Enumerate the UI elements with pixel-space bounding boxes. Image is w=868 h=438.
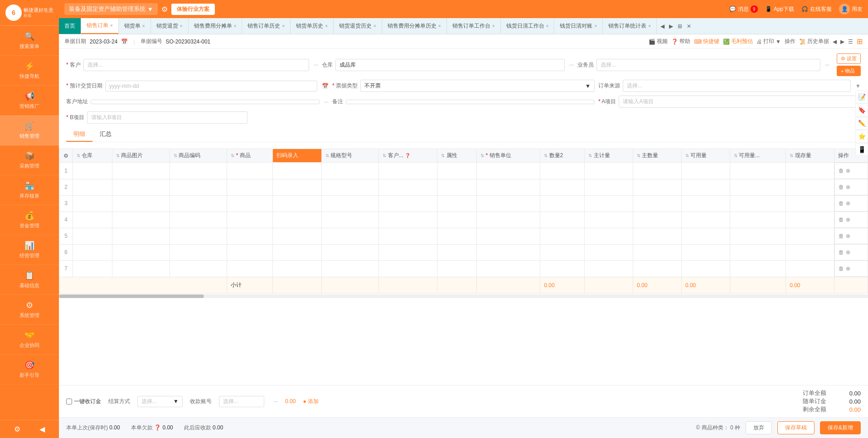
sidebar-item-search[interactable]: 🔍 搜索菜单 xyxy=(0,26,59,56)
payment-method-select[interactable]: 选择... ▼ xyxy=(137,396,183,407)
row5-sales-unit[interactable] xyxy=(477,228,540,244)
copy-icon[interactable]: ⊕ xyxy=(846,233,850,239)
row5-available2[interactable] xyxy=(730,228,786,244)
right-panel-icon-4[interactable]: ⭐ xyxy=(855,130,868,143)
quick-order-input[interactable] xyxy=(66,399,72,404)
order-source-input[interactable]: 选择... xyxy=(623,80,851,92)
row5-stock[interactable] xyxy=(786,228,834,244)
tab-daily-workbench[interactable]: 钱货日清工作台 × xyxy=(501,18,555,34)
row1-attr[interactable] xyxy=(437,163,477,179)
account-more-icon[interactable]: ··· xyxy=(273,398,278,404)
row6-main-qty[interactable] xyxy=(633,244,682,260)
row5-qty2[interactable] xyxy=(540,228,585,244)
tab-expense-history[interactable]: 销售费用分摊单历史 × xyxy=(382,18,447,34)
row4-available2[interactable] xyxy=(730,212,786,228)
row3-stock[interactable] xyxy=(786,195,834,212)
tab-sales-order[interactable]: 销售订单 × xyxy=(81,18,119,34)
tab-sales-invoice[interactable]: 销货单 × xyxy=(119,18,151,34)
tab-sales-invoice-close[interactable]: × xyxy=(142,24,145,29)
row3-customer-code[interactable] xyxy=(379,195,437,212)
row2-warehouse[interactable] xyxy=(73,179,112,195)
tab-order-workbench-close[interactable]: × xyxy=(492,24,495,29)
inner-tab-detail[interactable]: 明细 xyxy=(66,127,92,142)
row2-action[interactable]: 🗑 ⊕ xyxy=(834,179,868,195)
row3-spec[interactable] xyxy=(321,195,379,212)
delete-icon[interactable]: 🗑 xyxy=(839,249,844,255)
tab-prev-arrow[interactable]: ◀ xyxy=(659,22,666,30)
salesperson-input[interactable]: 选择... xyxy=(596,59,820,71)
row5-warehouse[interactable] xyxy=(73,228,112,244)
save-new-btn[interactable]: 保存&新增 xyxy=(820,421,861,434)
row1-scan[interactable] xyxy=(272,163,321,179)
row1-image[interactable] xyxy=(112,163,170,179)
tab-sales-order-close[interactable]: × xyxy=(110,23,113,28)
horizontal-scrollbar[interactable] xyxy=(59,294,868,298)
copy-icon[interactable]: ⊕ xyxy=(846,217,850,223)
setup-btn[interactable]: ⚙ 设置 xyxy=(837,53,861,64)
tab-sales-summary-close[interactable]: × xyxy=(648,24,651,29)
copy-icon[interactable]: ⊕ xyxy=(846,265,850,272)
row4-warehouse[interactable] xyxy=(73,212,112,228)
row6-qty2[interactable] xyxy=(540,244,585,260)
tab-invoice-history-close[interactable]: × xyxy=(325,24,328,29)
row6-image[interactable] xyxy=(112,244,170,260)
row4-scan[interactable] xyxy=(272,212,321,228)
row5-spec[interactable] xyxy=(321,228,379,244)
row5-image[interactable] xyxy=(112,228,170,244)
row7-available2[interactable] xyxy=(730,260,786,277)
print-btn[interactable]: 🖨 打印 ▼ xyxy=(756,38,781,45)
tab-invoice-history[interactable]: 销货单历史 × xyxy=(291,18,334,34)
address-more-icon[interactable]: ··· xyxy=(324,99,329,105)
row6-available[interactable] xyxy=(681,244,730,260)
ticket-type-select[interactable]: 不开票 ▼ xyxy=(360,80,595,92)
row4-qty2[interactable] xyxy=(540,212,585,228)
row3-code[interactable] xyxy=(170,195,227,212)
sidebar-item-operations[interactable]: 📊 经营管理 xyxy=(0,235,59,265)
row4-image[interactable] xyxy=(112,212,170,228)
th-image[interactable]: ⇅ 商品图片 xyxy=(112,149,170,163)
row4-spec[interactable] xyxy=(321,212,379,228)
settings-icon[interactable]: ⚙ xyxy=(161,5,168,14)
row3-qty2[interactable] xyxy=(540,195,585,212)
th-sales-unit[interactable]: ⇅ 销售单位 xyxy=(477,149,540,163)
delete-icon[interactable]: 🗑 xyxy=(839,217,844,223)
sidebar-item-enterprise[interactable]: 🤝 企业协同 xyxy=(0,325,59,355)
th-scan[interactable]: 扫码录入 xyxy=(272,149,321,163)
help-btn[interactable]: ❓ 帮助 xyxy=(671,38,690,45)
tab-daily-workbench-close[interactable]: × xyxy=(546,24,549,29)
shortcut-btn[interactable]: ⌨ 快捷键 xyxy=(694,38,719,45)
row7-available[interactable] xyxy=(681,260,730,277)
row4-available[interactable] xyxy=(681,212,730,228)
row3-image[interactable] xyxy=(112,195,170,212)
row5-main-qty[interactable] xyxy=(633,228,682,244)
delivery-date-input[interactable]: yyyy-mm-dd xyxy=(105,81,317,91)
tab-expense-history-close[interactable]: × xyxy=(438,24,441,29)
copy-icon[interactable]: ⊕ xyxy=(846,168,850,174)
grid-view-icon[interactable]: ☰ xyxy=(848,39,853,45)
row2-code[interactable] xyxy=(170,179,227,195)
th-spec[interactable]: ⇅ 规格型号 xyxy=(321,149,379,163)
row7-attr[interactable] xyxy=(437,260,477,277)
customer-more-icon[interactable]: ··· xyxy=(314,62,318,68)
row7-code[interactable] xyxy=(170,260,227,277)
row6-spec[interactable] xyxy=(321,244,379,260)
delete-icon[interactable]: 🗑 xyxy=(839,168,844,174)
a-project-input[interactable]: 请输入A项目 xyxy=(619,96,861,108)
row1-customer-code[interactable] xyxy=(379,163,437,179)
tab-sales-return[interactable]: 销货退货 × xyxy=(151,18,189,34)
right-panel-icon-1[interactable]: 📝 xyxy=(855,91,868,103)
row2-main-unit[interactable] xyxy=(585,179,633,195)
sidebar-item-inventory[interactable]: 🏪 库存核算 xyxy=(0,175,59,205)
row7-main-qty[interactable] xyxy=(633,260,682,277)
tab-sales-history-close[interactable]: × xyxy=(282,24,285,29)
view-btn[interactable]: 🎬 视频 xyxy=(649,38,668,45)
row3-goods[interactable] xyxy=(227,195,272,212)
row6-customer-code[interactable] xyxy=(379,244,437,260)
tab-sales-expense-close[interactable]: × xyxy=(234,24,237,29)
row1-available[interactable] xyxy=(681,163,730,179)
row1-qty2[interactable] xyxy=(540,163,585,179)
row7-customer-code[interactable] xyxy=(379,260,437,277)
customer-input[interactable]: 选择... xyxy=(83,59,309,71)
row1-sales-unit[interactable] xyxy=(477,163,540,179)
row7-action[interactable]: 🗑 ⊕ xyxy=(834,260,868,277)
